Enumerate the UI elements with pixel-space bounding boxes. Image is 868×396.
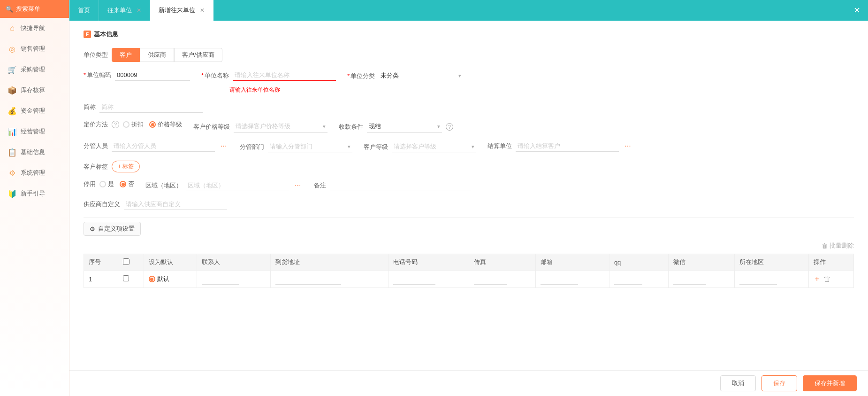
unit-btn-customer[interactable]: 客户	[112, 48, 140, 62]
manager-row: 分管人员 ··· 分管部门 请输入分管部门 ▾ 客户等级 请选择客户等级 ▾	[84, 140, 854, 153]
settlement-unit-more-btn[interactable]: ···	[623, 142, 632, 150]
sidebar-item-management[interactable]: 📊 经营管理	[0, 121, 69, 142]
row-contact[interactable]	[197, 271, 271, 288]
row-qq-input[interactable]	[614, 273, 642, 285]
tab-counterparty[interactable]: 往来单位 ✕	[99, 0, 150, 21]
add-tag-button[interactable]: + 标签	[112, 161, 140, 172]
batch-delete-button[interactable]: 🗑 批量删除	[822, 241, 854, 250]
payment-terms-select[interactable]: 现结 ▾	[367, 120, 442, 133]
row-delete-button[interactable]: 🗑	[822, 275, 832, 283]
sidebar-item-quick-nav[interactable]: ⌂ 快捷导航	[0, 18, 69, 39]
tab-new-counterparty-close[interactable]: ✕	[200, 7, 205, 14]
sidebar-item-system[interactable]: ⚙ 系统管理	[0, 163, 69, 183]
code-name-category-row: *单位编码 *单位名称 请输入往来单位名称 *单位分类 未分类	[84, 70, 854, 94]
tab-new-counterparty[interactable]: 新增往来单位 ✕	[150, 0, 213, 21]
select-all-checkbox[interactable]	[123, 258, 129, 265]
row-add-button[interactable]: +	[814, 275, 821, 283]
sidebar-item-finance[interactable]: 💰 资金管理	[0, 101, 69, 121]
payment-terms-help-icon[interactable]: ?	[446, 123, 453, 131]
region-label: 区域（地区）	[145, 181, 182, 190]
pricing-method-help-icon[interactable]: ?	[112, 121, 119, 128]
manager-more-btn[interactable]: ···	[219, 142, 228, 150]
row-phone[interactable]	[388, 271, 469, 288]
close-all-tabs-button[interactable]: ✕	[853, 5, 860, 16]
customer-price-level-chevron: ▾	[323, 124, 326, 130]
sidebar-search[interactable]: 🔍 搜索菜单	[0, 0, 69, 18]
department-select[interactable]: 请输入分管部门 ▾	[268, 140, 352, 153]
sidebar-item-purchase[interactable]: 🛒 采购管理	[0, 59, 69, 80]
row-area[interactable]	[735, 271, 808, 288]
settlement-unit-input[interactable]	[516, 140, 619, 152]
settlement-unit-group: 结算单位 ···	[487, 140, 632, 152]
region-input[interactable]	[186, 180, 289, 191]
row-address-input[interactable]	[275, 273, 341, 285]
customer-price-level-select[interactable]: 请选择客户价格等级 ▾	[234, 120, 327, 133]
row-email[interactable]	[535, 271, 609, 288]
sidebar-label-system: 系统管理	[21, 169, 45, 177]
row-default-radio[interactable]	[149, 276, 155, 282]
table-row: 1 默认	[84, 271, 854, 288]
cancel-button[interactable]: 取消	[720, 375, 756, 391]
sidebar-label-guide: 新手引导	[21, 189, 45, 198]
col-email: 邮箱	[535, 254, 609, 271]
tab-new-counterparty-label: 新增往来单位	[159, 6, 195, 15]
row-area-input[interactable]	[739, 273, 777, 285]
custom-settings-button[interactable]: ⚙ 自定义项设置	[84, 222, 141, 236]
sidebar-item-inventory[interactable]: 📦 库存核算	[0, 80, 69, 101]
department-placeholder: 请输入分管部门	[270, 142, 348, 151]
unit-type-group: 单位类型 客户 供应商 客户/供应商	[84, 48, 222, 62]
pricing-radio-level[interactable]: 价格等级	[149, 120, 182, 129]
region-more-btn[interactable]: ···	[293, 181, 303, 190]
unit-category-label: *单位分类	[347, 72, 375, 80]
row-fax-input[interactable]	[474, 273, 507, 285]
row-qq[interactable]	[609, 271, 668, 288]
section-title-basic-info: F 基本信息	[84, 30, 854, 39]
supplier-custom-input[interactable]	[124, 199, 227, 210]
row-wechat[interactable]	[668, 271, 735, 288]
sidebar-item-sales[interactable]: ◎ 销售管理	[0, 39, 69, 59]
bottom-bar: 取消 保存 保存并新增	[69, 370, 868, 396]
form-content: F 基本信息 单位类型 客户 供应商 客户/供应商 *单位编码	[69, 21, 868, 370]
unit-type-buttons: 客户 供应商 客户/供应商	[112, 48, 222, 62]
col-action: 操作	[808, 254, 853, 271]
sidebar-label-basic-info: 基础信息	[21, 148, 45, 156]
short-name-input[interactable]	[99, 101, 203, 113]
contact-table: 序号 设为默认 联系人 到货地址 电话号码 传真 邮箱 qq 微信 所在地区 操…	[84, 254, 854, 288]
save-new-button[interactable]: 保存并新增	[803, 375, 857, 391]
unit-code-label: *单位编码	[84, 71, 111, 79]
main-area: 首页 往来单位 ✕ 新增往来单位 ✕ ✕ F 基本信息 单位类型 客户 供应商 …	[69, 0, 868, 396]
unit-category-select[interactable]: 未分类 ▾	[379, 70, 463, 82]
unit-name-label: *单位名称	[201, 71, 229, 80]
row-wechat-input[interactable]	[673, 273, 706, 285]
payment-terms-group: 收款条件 现结 ▾ ?	[339, 120, 453, 133]
sidebar-item-guide[interactable]: 🔰 新手引导	[0, 183, 69, 204]
unit-btn-both[interactable]: 客户/供应商	[174, 48, 222, 62]
remark-input[interactable]	[330, 180, 471, 191]
row-fax[interactable]	[469, 271, 536, 288]
row-phone-input[interactable]	[393, 273, 435, 285]
disabled-radio-yes[interactable]: 是	[99, 180, 114, 188]
row-checkbox[interactable]	[123, 275, 129, 281]
supplier-custom-row: 供应商自定义	[84, 199, 854, 210]
disabled-no-circle	[120, 181, 126, 187]
manager-input[interactable]	[112, 140, 215, 152]
tab-counterparty-close[interactable]: ✕	[137, 7, 141, 14]
disabled-radios: 是 否	[99, 180, 134, 188]
sidebar-item-basic-info[interactable]: 📋 基础信息	[0, 142, 69, 163]
customer-level-select[interactable]: 请选择客户等级 ▾	[392, 140, 476, 153]
row-contact-input[interactable]	[202, 273, 239, 285]
unit-btn-supplier[interactable]: 供应商	[140, 48, 174, 62]
supplier-custom-group: 供应商自定义	[84, 199, 227, 210]
customer-level-label: 客户等级	[364, 143, 388, 151]
pricing-method-label: 定价方法	[84, 120, 108, 129]
row-email-input[interactable]	[541, 273, 578, 285]
disabled-radio-no[interactable]: 否	[120, 180, 134, 188]
pricing-radio-discount[interactable]: 折扣	[123, 120, 144, 129]
save-button[interactable]: 保存	[761, 375, 797, 391]
pricing-radio-discount-circle	[123, 121, 129, 128]
unit-type-label: 单位类型	[84, 51, 108, 59]
tab-home[interactable]: 首页	[69, 0, 99, 21]
unit-code-input[interactable]	[115, 70, 190, 81]
unit-name-input[interactable]	[233, 70, 336, 81]
row-address[interactable]	[271, 271, 388, 288]
